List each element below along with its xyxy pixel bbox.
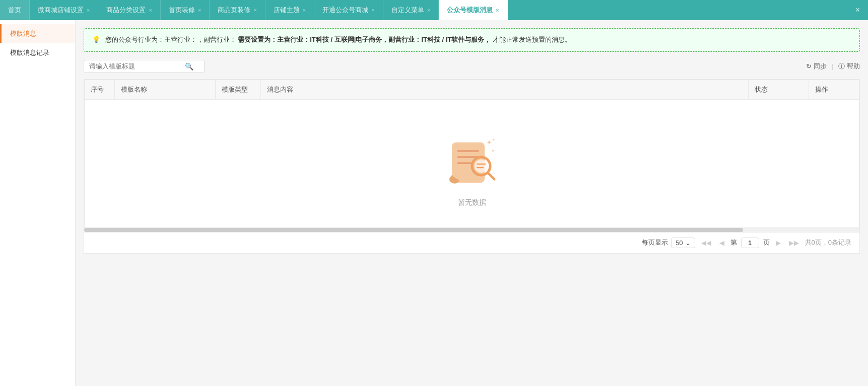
tab-home[interactable]: 首页 (0, 0, 30, 20)
col-name: 模版名称 (115, 80, 216, 99)
tab-home-decor-label: 首页装修 (169, 6, 195, 15)
tab-custom-menu[interactable]: 自定义菜单 × (383, 0, 439, 20)
svg-text:✦: ✦ (486, 138, 492, 146)
empty-state-row: ✦ ✦ ✦ 暂无数据 (85, 99, 859, 227)
notice-icon: 💡 (92, 36, 100, 43)
notice-suffix: 才能正常发送预置的消息。 (493, 36, 571, 43)
tab-wechat-shop-label: 微商城店铺设置 (38, 6, 84, 15)
page-input[interactable] (741, 238, 759, 248)
empty-icon: ✦ ✦ ✦ (442, 130, 502, 190)
table-header-row: 序号 模版名称 模版类型 消息内容 状态 操作 (85, 80, 859, 99)
tab-template-msg[interactable]: 公众号模版消息 × (439, 0, 507, 20)
notice-prefix: 您的公众号行业为：主营行业：，副营行业： (105, 36, 236, 43)
page-size-label: 每页显示 (642, 238, 668, 247)
svg-point-6 (475, 160, 488, 173)
svg-text:✦: ✦ (492, 138, 495, 141)
pagination: 每页显示 50 ⌄ ◀◀ ◀ 第 页 ▶ ▶▶ 共0页，0条记录 (84, 232, 859, 253)
empty-state: ✦ ✦ ✦ 暂无数据 (85, 100, 859, 227)
tab-shop-theme[interactable]: 店铺主题 × (265, 0, 314, 20)
page-label: 第 (730, 238, 737, 247)
sync-icon: ↻ (806, 62, 812, 70)
help-icon: ⓘ (838, 62, 845, 71)
horizontal-scrollbar[interactable] (84, 228, 859, 232)
sidebar-item-template-record[interactable]: 模版消息记录 (0, 43, 75, 62)
tab-template-msg-close[interactable]: × (496, 7, 499, 13)
tab-product-decor-label: 商品页装修 (218, 6, 250, 15)
tab-template-msg-label: 公众号模版消息 (447, 6, 493, 15)
scrollbar-thumb[interactable] (84, 228, 743, 232)
col-seq: 序号 (85, 80, 115, 99)
sidebar-item-template-msg-label: 模版消息 (10, 30, 36, 37)
tab-wechat-shop[interactable]: 微商城店铺设置 × (30, 0, 98, 20)
tab-product-category-close[interactable]: × (149, 7, 152, 13)
sidebar: 模版消息 模版消息记录 (0, 20, 76, 386)
tab-home-decor[interactable]: 首页装修 × (161, 0, 210, 20)
page-size-select: 每页显示 50 ⌄ (642, 238, 695, 248)
svg-text:✦: ✦ (491, 148, 495, 153)
search-icon[interactable]: 🔍 (185, 62, 193, 70)
tab-home-decor-close[interactable]: × (198, 7, 201, 13)
sidebar-item-template-record-label: 模版消息记录 (10, 49, 49, 56)
sync-label: 同步 (814, 62, 827, 71)
first-page-btn[interactable]: ◀◀ (699, 238, 713, 248)
search-bar: 🔍 ↻ 同步 | ⓘ 帮助 (84, 60, 860, 73)
tab-shop-theme-label: 店铺主题 (274, 6, 300, 15)
table-area: 序号 模版名称 模版类型 消息内容 状态 操作 (84, 79, 860, 254)
action-divider: | (832, 62, 833, 70)
tab-product-decor-close[interactable]: × (253, 7, 256, 13)
tab-home-label: 首页 (8, 6, 21, 15)
page-size-dropdown[interactable]: 50 ⌄ (671, 238, 695, 248)
main-layout: 模版消息 模版消息记录 💡 您的公众号行业为：主营行业：，副营行业： 需要设置为… (0, 20, 868, 386)
tab-custom-menu-close[interactable]: × (427, 7, 430, 13)
tab-wechat-shop-close[interactable]: × (87, 7, 90, 13)
chevron-down-icon: ⌄ (685, 239, 691, 247)
sidebar-item-template-msg[interactable]: 模版消息 (0, 24, 75, 43)
last-page-btn[interactable]: ▶▶ (787, 238, 801, 248)
page-unit: 页 (763, 238, 770, 247)
notice-box: 💡 您的公众号行业为：主营行业：，副营行业： 需要设置为：主营行业：IT科技 /… (84, 28, 860, 52)
data-table: 序号 模版名称 模版类型 消息内容 状态 操作 (84, 80, 859, 228)
col-content: 消息内容 (261, 80, 749, 99)
main-content: 💡 您的公众号行业为：主营行业：，副营行业： 需要设置为：主营行业：IT科技 /… (76, 20, 868, 386)
total-info: 共0页，0条记录 (805, 238, 851, 247)
tab-open-mall-close[interactable]: × (371, 7, 374, 13)
tab-bar: 首页 微商城店铺设置 × 商品分类设置 × 首页装修 × 商品页装修 × 店铺主… (0, 0, 868, 20)
sync-button[interactable]: ↻ 同步 (806, 62, 827, 71)
tab-shop-theme-close[interactable]: × (303, 7, 306, 13)
col-status: 状态 (749, 80, 809, 99)
empty-text: 暂无数据 (85, 198, 859, 207)
svg-line-7 (488, 173, 494, 179)
tab-custom-menu-label: 自定义菜单 (391, 6, 424, 15)
search-input-wrap: 🔍 (84, 60, 205, 73)
tab-product-category[interactable]: 商品分类设置 × (98, 0, 160, 20)
col-action: 操作 (809, 80, 859, 99)
notice-highlight: 需要设置为：主营行业：IT科技 / 互联网|电子商务，副营行业：IT科技 / I… (238, 36, 491, 43)
tab-bar-close-btn[interactable]: × (847, 6, 868, 15)
empty-state-cell: ✦ ✦ ✦ 暂无数据 (85, 99, 859, 227)
prev-page-btn[interactable]: ◀ (717, 238, 726, 248)
search-actions: ↻ 同步 | ⓘ 帮助 (806, 62, 860, 71)
search-input[interactable] (89, 62, 185, 70)
tab-product-category-label: 商品分类设置 (106, 6, 146, 15)
tab-open-mall-label: 开通公众号商城 (322, 6, 368, 15)
help-label: 帮助 (847, 62, 860, 71)
help-button[interactable]: ⓘ 帮助 (838, 62, 860, 71)
next-page-btn[interactable]: ▶ (774, 238, 783, 248)
tab-product-decor[interactable]: 商品页装修 × (210, 0, 265, 20)
page-size-value: 50 (676, 239, 683, 247)
col-type: 模版类型 (216, 80, 261, 99)
tab-open-mall[interactable]: 开通公众号商城 × (314, 0, 383, 20)
